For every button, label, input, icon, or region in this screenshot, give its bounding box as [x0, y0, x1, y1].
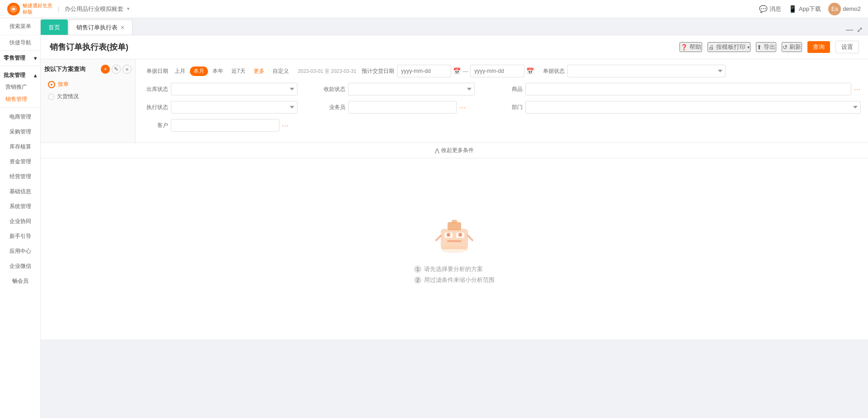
out-status-select[interactable] [171, 83, 297, 95]
filter-row-2: 出库状态 收款状态 商品 [143, 83, 861, 95]
tab-maximize-icon[interactable]: ⤢ [857, 25, 863, 34]
user-menu[interactable]: Ea demo2 [828, 3, 861, 15]
exec-status-select[interactable] [171, 101, 297, 114]
tab-bar: 首页 销售订单执行表 ✕ — ⤢ [41, 18, 868, 35]
filter-row-1: 单据日期 上月 本月 本年 近7天 更多 自定义 2023-03-0 [143, 65, 861, 77]
export-btn[interactable]: ⬆ 导出 [756, 42, 776, 52]
calendar-start-icon[interactable]: 📅 [453, 67, 461, 75]
sidebar-item-purchase[interactable]: 采购管理 [0, 124, 40, 139]
filter-row-3: 执行状态 业务员 ··· 部门 [143, 101, 861, 114]
logo-area: 畅捷通好生意 标版 [7, 3, 52, 15]
date-tab-custom[interactable]: 自定义 [269, 66, 292, 76]
filter-dept-field: 部门 [497, 101, 861, 114]
download-icon: 📱 [788, 5, 797, 13]
top-header: 畅捷通好生意 标版 | 办公用品行业模拟账套 ▾ 💬 消息 📱 App下载 Ea… [0, 0, 868, 18]
empty-illustration [432, 211, 477, 256]
payment-status-select[interactable] [348, 83, 475, 95]
status-select[interactable] [567, 65, 726, 77]
page-content: 销售订单执行表(按单) ❓ 帮助 🖨 按模板打印 ▾ ⬆ 导出 [41, 35, 868, 418]
edit-scheme-btn[interactable]: ✎ [112, 65, 121, 74]
empty-state: 1 请先选择要分析的方案 2 用过滤条件来缩小分析范围 [41, 158, 868, 339]
settings-btn[interactable]: 设置 [835, 41, 859, 53]
date-tabs: 上月 本月 本年 近7天 更多 自定义 [171, 66, 292, 76]
calendar-end-icon[interactable]: 📅 [526, 67, 534, 75]
salesperson-input[interactable] [348, 101, 457, 114]
sidebar-subitem-marketing[interactable]: 营销推广 [0, 81, 40, 93]
sidebar-item-newbie[interactable]: 新手引导 [0, 229, 40, 244]
sidebar-item-corp[interactable]: 企业协同 [0, 214, 40, 229]
sidebar-item-wholesale[interactable]: 批发管理 ▴ [0, 68, 40, 81]
tab-home[interactable]: 首页 [41, 19, 68, 35]
date-tab-this-year[interactable]: 本年 [209, 66, 227, 76]
app-title-dropdown-icon[interactable]: ▾ [127, 6, 130, 12]
tab-sales-exec[interactable]: 销售订单执行表 ✕ [69, 19, 132, 35]
app-download-btn[interactable]: 📱 App下载 [788, 5, 821, 13]
message-btn[interactable]: 💬 消息 [759, 5, 781, 13]
tab-bar-actions: — ⤢ [846, 25, 868, 35]
content-area: 首页 销售订单执行表 ✕ — ⤢ 销售订单执行表(按单) ❓ 帮助 [41, 18, 868, 418]
sidebar-search[interactable]: 搜索菜单 [0, 18, 40, 35]
scheme-active-icon: ● [48, 81, 55, 88]
goods-more-icon[interactable]: ··· [854, 86, 861, 93]
filter-date-field: 单据日期 上月 本月 本年 近7天 更多 自定义 [143, 66, 292, 76]
sidebar-item-ecommerce[interactable]: 电商管理 [0, 109, 40, 124]
goods-input[interactable] [525, 83, 851, 95]
empty-tip-1: 1 请先选择要分析的方案 [414, 265, 495, 273]
sidebar-item-basic[interactable]: 基础信息 [0, 184, 40, 199]
refresh-icon: ↺ [783, 44, 788, 51]
scheme-item-press[interactable]: ● 按单 [44, 78, 132, 90]
collapse-conditions-btn[interactable]: ⋀ 收起更多条件 [435, 147, 474, 154]
customer-more-icon[interactable]: ··· [282, 122, 289, 129]
add-scheme-btn[interactable]: + [101, 65, 110, 74]
app-title: 办公用品行业模拟账套 [65, 5, 123, 13]
sidebar-item-wechat[interactable]: 企业微信 [0, 259, 40, 274]
date-tab-last-month[interactable]: 上月 [171, 66, 189, 76]
print-icon: 🖨 [708, 44, 714, 51]
title-actions: ❓ 帮助 🖨 按模板打印 ▾ ⬆ 导出 ↺ 刷新 [679, 41, 859, 53]
help-btn[interactable]: ❓ 帮助 [679, 42, 702, 52]
filter-customer-field: 客户 ··· [143, 119, 315, 132]
dept-select[interactable] [525, 101, 861, 114]
sidebar-item-member[interactable]: 畅会员 [0, 274, 40, 289]
customer-input[interactable] [171, 119, 279, 132]
sidebar-subitem-sales[interactable]: 销售管理 [0, 93, 40, 105]
date-tab-last7[interactable]: 近7天 [228, 66, 249, 76]
filter-exec-status-field: 执行状态 [143, 101, 315, 114]
query-btn[interactable]: 查询 [807, 41, 830, 53]
expected-date-end[interactable] [470, 65, 524, 77]
filter-conditions: 单据日期 上月 本月 本年 近7天 更多 自定义 2023-03-0 [136, 59, 868, 142]
collapse-bar: ⋀ 收起更多条件 [41, 143, 868, 158]
sidebar-group-wholesale: 批发管理 ▴ 营销推广 销售管理 [0, 68, 40, 108]
export-icon: ⬆ [757, 44, 762, 51]
sidebar-item-finance[interactable]: 资金管理 [0, 154, 40, 169]
refresh-btn[interactable]: ↺ 刷新 [782, 42, 802, 52]
sidebar-quicknav[interactable]: 快捷导航 [0, 35, 40, 51]
sidebar-item-retail[interactable]: 零售管理 ▾ [0, 51, 40, 64]
collapse-arrow-icon: ⋀ [435, 147, 439, 154]
svg-rect-7 [452, 220, 457, 223]
sidebar-item-inventory[interactable]: 库存核算 [0, 139, 40, 154]
expected-date-start[interactable] [397, 65, 451, 77]
print-btn[interactable]: 🖨 按模板打印 ▾ [708, 42, 750, 52]
date-tab-this-month[interactable]: 本月 [190, 66, 208, 76]
sidebar-group-retail: 零售管理 ▾ [0, 51, 40, 66]
tab-minimize-icon[interactable]: — [846, 26, 853, 34]
filter-payment-status-field: 收款状态 [320, 83, 492, 95]
collapse-scheme-btn[interactable]: « [123, 65, 132, 74]
logo-text: 畅捷通好生意 标版 [23, 3, 52, 14]
salesperson-more-icon[interactable]: ··· [459, 104, 466, 111]
expected-date-range: 📅 — 📅 [397, 65, 534, 77]
sidebar-item-system[interactable]: 系统管理 [0, 199, 40, 214]
filter-scheme-header: 按以下方案查询 + ✎ « [44, 65, 132, 74]
sidebar-item-ops[interactable]: 经营管理 [0, 169, 40, 184]
sidebar-item-appstore[interactable]: 应用中心 [0, 244, 40, 259]
svg-rect-2 [441, 229, 468, 249]
filter-salesperson-field: 业务员 ··· [320, 101, 492, 114]
avatar: Ea [828, 3, 841, 15]
filter-scheme-panel: 按以下方案查询 + ✎ « ● 按单 欠货情况 [41, 59, 136, 142]
help-icon: ❓ [680, 44, 688, 51]
message-icon: 💬 [759, 5, 768, 13]
tab-close-icon[interactable]: ✕ [120, 24, 125, 31]
date-tab-more[interactable]: 更多 [250, 66, 268, 76]
scheme-item-debt[interactable]: 欠货情况 [44, 90, 132, 103]
